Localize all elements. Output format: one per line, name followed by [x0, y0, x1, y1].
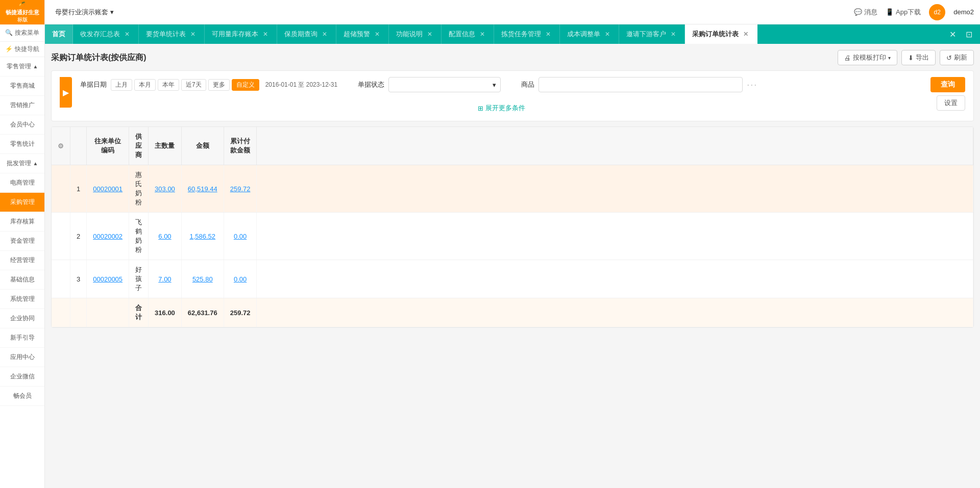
tab-overstock-close[interactable]: ✕ — [373, 30, 381, 38]
filter-section: ▶ 单据日期 上月 本月 本年 近7天 更多 自定义 — [60, 77, 965, 115]
tab-expand-btn[interactable]: ⊡ — [962, 27, 976, 41]
goods-more-btn[interactable]: ··· — [747, 80, 757, 90]
message-btn[interactable]: 💬 消息 — [854, 8, 877, 17]
sidebar-item-purchase-mgmt[interactable]: 采购管理 — [0, 193, 44, 212]
tab-expiry-close[interactable]: ✕ — [321, 30, 329, 38]
row-qty-cell[interactable]: 6.00 — [149, 213, 182, 260]
date-btn-last-month[interactable]: 上月 — [111, 79, 132, 91]
tab-picking-close[interactable]: ✕ — [544, 30, 552, 38]
row-code-cell[interactable]: 00020005 — [87, 260, 129, 298]
expand-label: 展开更多条件 — [485, 104, 525, 113]
date-btn-7days[interactable]: 近7天 — [181, 79, 206, 91]
tab-cost-adjust[interactable]: 成本调整单 ✕ — [560, 24, 619, 44]
sidebar-item-search[interactable]: 🔍 搜索菜单 — [0, 24, 44, 42]
sidebar-item-ecommerce[interactable]: 电商管理 — [0, 173, 44, 193]
sidebar-item-biz-mgmt[interactable]: 经营管理 — [0, 251, 44, 270]
col-code-header: 往来单位编码 — [87, 127, 129, 165]
row-paid-cell[interactable]: 259.72 — [224, 165, 257, 213]
sidebar-sys-label: 系统管理 — [10, 295, 35, 303]
export-button[interactable]: ⬇ 导出 — [901, 50, 936, 65]
sidebar-biz-label: 经营管理 — [10, 256, 35, 265]
status-select[interactable]: ▾ — [388, 77, 501, 92]
refresh-button[interactable]: ↺ 刷新 — [940, 50, 974, 65]
col-settings[interactable]: ⚙ — [52, 127, 70, 165]
date-btn-more[interactable]: 更多 — [208, 79, 230, 91]
row-qty-cell[interactable]: 7.00 — [149, 260, 182, 298]
row-amount-cell[interactable]: 525.80 — [181, 260, 224, 298]
sidebar-item-retail-stats[interactable]: 零售统计 — [0, 135, 44, 154]
row-amount-cell[interactable]: 60,519.44 — [181, 165, 224, 213]
table-footer-row: 合计 316.00 62,631.76 259.72 — [52, 298, 973, 327]
sidebar-item-member[interactable]: 畅会员 — [0, 387, 44, 406]
row-paid-cell[interactable]: 0.00 — [224, 213, 257, 260]
workspace-selector[interactable]: 母婴行业演示账套 ▾ — [51, 6, 118, 19]
row-settings-cell — [52, 260, 70, 298]
row-amount-cell[interactable]: 1,586.52 — [181, 213, 224, 260]
tab-home[interactable]: 首页 — [45, 24, 73, 44]
tab-function-close[interactable]: ✕ — [426, 30, 434, 38]
tab-expiry[interactable]: 保质期查询 ✕ — [277, 24, 336, 44]
tab-purchase-close[interactable]: ✕ — [742, 30, 750, 38]
user-name[interactable]: demo2 — [953, 8, 974, 16]
tabs-bar: 首页 收发存汇总表 ✕ 要货单统计表 ✕ 可用量库存账本 ✕ 保质期查询 ✕ 超… — [45, 24, 980, 44]
goods-input[interactable] — [538, 77, 743, 92]
sidebar-item-enterprise-wechat[interactable]: 企业微信 — [0, 367, 44, 387]
tab-order-stats[interactable]: 要货单统计表 ✕ — [139, 24, 205, 44]
tab-close-all-btn[interactable]: ✕ — [945, 27, 960, 41]
tab-purchase-label: 采购订单统计表 — [692, 30, 739, 39]
tab-purchase-stats[interactable]: 采购订单统计表 ✕ — [685, 24, 757, 44]
row-index-cell: 3 — [70, 260, 87, 298]
date-btn-this-month[interactable]: 本月 — [134, 79, 156, 91]
sidebar-marketing-label: 营销推广 — [10, 101, 35, 110]
sidebar-item-marketing[interactable]: 营销推广 — [0, 96, 44, 115]
tab-function[interactable]: 功能说明 ✕ — [389, 24, 442, 44]
app-download-btn[interactable]: 📱 App下载 — [886, 8, 921, 17]
tab-invite-close[interactable]: ✕ — [669, 30, 677, 38]
tab-cost-close[interactable]: ✕ — [603, 30, 611, 38]
sidebar-item-quick-nav[interactable]: ⚡ 快捷导航 — [0, 42, 44, 57]
logo-icon: 🍊 — [18, 2, 26, 9]
tab-config-close[interactable]: ✕ — [478, 30, 486, 38]
tab-receive-close[interactable]: ✕ — [123, 30, 131, 38]
toggle-filter-btn[interactable]: ▶ — [60, 77, 72, 108]
sidebar-item-stock-check[interactable]: 库存核算 — [0, 212, 44, 232]
tab-order-close[interactable]: ✕ — [189, 30, 197, 38]
print-button[interactable]: 🖨 按模板打印 ▾ — [838, 50, 897, 65]
settings-button[interactable]: 设置 — [937, 95, 965, 111]
row-paid-cell[interactable]: 0.00 — [224, 260, 257, 298]
avatar-text: d2 — [934, 9, 941, 16]
avatar[interactable]: d2 — [929, 4, 945, 20]
date-btn-this-year[interactable]: 本年 — [158, 79, 179, 91]
row-code-cell[interactable]: 00020001 — [87, 165, 129, 213]
tab-config[interactable]: 配置信息 ✕ — [442, 24, 494, 44]
tab-invite[interactable]: 邀请下游客户 ✕ — [619, 24, 685, 44]
page-title: 采购订单统计表(按供应商) — [51, 53, 146, 63]
sidebar-item-retail-mgmt[interactable]: 零售管理 ▲ — [0, 57, 44, 76]
filter-status-group: 单据状态 ▾ — [358, 77, 501, 92]
sidebar-item-app-center[interactable]: 应用中心 — [0, 348, 44, 367]
tab-stock-close[interactable]: ✕ — [261, 30, 270, 38]
row-code-cell[interactable]: 00020002 — [87, 213, 129, 260]
sidebar-item-wholesale[interactable]: 批发管理 ▲ — [0, 154, 44, 173]
sidebar-item-sys-mgmt[interactable]: 系统管理 — [0, 290, 44, 309]
expand-more-btn[interactable]: ⊞ 展开更多条件 — [80, 101, 922, 115]
row-qty-cell[interactable]: 303.00 — [149, 165, 182, 213]
sidebar-item-member-center[interactable]: 会员中心 — [0, 115, 44, 135]
row-extra-cell — [257, 213, 973, 260]
query-button[interactable]: 查询 — [930, 77, 965, 92]
tab-home-label: 首页 — [52, 30, 65, 39]
tab-overstock[interactable]: 超储预警 ✕ — [336, 24, 389, 44]
sidebar-item-retail-mall[interactable]: 零售商城 — [0, 76, 44, 96]
col-index-header — [70, 127, 87, 165]
tab-picking[interactable]: 拣货任务管理 ✕ — [494, 24, 560, 44]
download-icon: 📱 — [886, 8, 894, 16]
logo[interactable]: 🍊 畅捷通好生意 标版 — [0, 0, 44, 24]
tab-receive-summary[interactable]: 收发存汇总表 ✕ — [73, 24, 139, 44]
logo-sub: 标版 — [17, 16, 28, 23]
sidebar-item-basic-info[interactable]: 基础信息 — [0, 270, 44, 290]
tab-available-stock[interactable]: 可用量库存账本 ✕ — [205, 24, 277, 44]
date-btn-custom[interactable]: 自定义 — [232, 79, 259, 91]
sidebar-item-enterprise[interactable]: 企业协同 — [0, 309, 44, 328]
sidebar-item-finance[interactable]: 资金管理 — [0, 232, 44, 251]
sidebar-item-new-guide[interactable]: 新手引导 — [0, 328, 44, 348]
